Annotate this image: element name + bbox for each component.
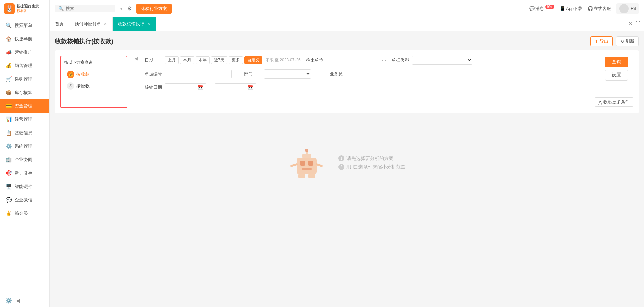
message-icon: 💬 [529,6,535,11]
tab-prepay-close-icon[interactable]: ✕ [104,22,107,27]
sidebar-item-guide[interactable]: 🎯 新手引导 [0,166,49,180]
sidebar-item-search-menu[interactable]: 🔍 搜索菜单 [0,19,49,32]
sidebar-label-quick-nav: 快捷导航 [15,36,32,42]
filter-right-wrapper: 日期 上月 本月 本年 近7天 更多 自定义 不限 至 2023-07-26 [145,56,633,108]
date-separator: — [208,85,213,90]
calendar-start-icon[interactable]: 📅 [198,85,203,90]
filter-settings-button[interactable]: 设置 [605,70,628,81]
writeoff-date-start-input[interactable]: 2023-03-01 [168,85,196,90]
export-button[interactable]: ⬆ 导出 [590,36,613,46]
sidebar-item-system[interactable]: ⚙️ 系统管理 [0,140,49,153]
topbar-gear-icon[interactable]: ⚙ [127,5,132,12]
service-area[interactable]: 🎧 在线客服 [588,6,611,12]
service-icon: 🎧 [588,6,593,11]
close-tab-icon[interactable]: ✕ [628,21,633,27]
date-range-text: 不限 至 2023-07-26 [266,57,301,63]
doc-no-input[interactable] [165,70,232,78]
doc-no-label: 单据编号 [145,71,162,77]
collection-option-label: 按收款 [76,71,90,78]
sidebar-item-inventory[interactable]: 📦 库存核算 [0,86,49,99]
app-download-area[interactable]: 📱 App下载 [560,6,582,12]
doc-type-select[interactable] [412,56,472,65]
filter-collapse-arrow[interactable]: ◀ [131,56,141,108]
svg-rect-6 [302,154,311,158]
sidebar-menu: 🔍 搜索菜单 🏠 快捷导航 📣 营销推广 💰 销售管理 🛒 采购管理 📦 库存核… [0,17,49,294]
refresh-button[interactable]: ↻ 刷新 [616,36,639,46]
operation-icon: 📊 [5,116,12,123]
staff-dots-icon[interactable]: ··· [399,71,404,77]
dept-select[interactable] [264,69,311,79]
collection-option-icon: 💰 [67,71,74,78]
quick-nav-icon: 🏠 [5,36,12,42]
topbar-search-box[interactable]: 🔍 [55,5,115,12]
tab-collection-close-icon[interactable]: ✕ [147,22,150,27]
main-area: 🔍 ▼ ⚙ 休验行业方案 💬 消息 99+ 📱 App下载 🎧 在线客服 Rit [50,0,644,307]
empty-state: 1 请先选择要分析的方案 2 用[过滤]条件来缩小分析范围 [55,117,639,208]
partner-dots-icon[interactable]: ··· [382,57,386,63]
sidebar-item-member[interactable]: ✌️ 畅会员 [0,207,49,220]
tabbar-right-actions: ✕ ⛶ [625,17,644,31]
tab-collection-writeoff[interactable]: 收款核销执行 ✕ [113,17,156,31]
sidebar-item-hardware[interactable]: 🖥️ 智能硬件 [0,180,49,193]
expand-tab-icon[interactable]: ⛶ [635,21,641,27]
sidebar-item-quick-nav[interactable]: 🏠 快捷导航 [0,32,49,46]
message-badge: 99+ [545,5,554,9]
basic-icon: 📋 [5,130,12,136]
fund-icon: 💳 [5,103,12,109]
sidebar-item-wechat[interactable]: 💬 企业微信 [0,193,49,207]
industry-btn[interactable]: 休验行业方案 [136,4,172,14]
topbar-search-input[interactable] [66,6,103,11]
sidebar-item-purchase[interactable]: 🛒 采购管理 [0,72,49,86]
topbar: 🔍 ▼ ⚙ 休验行业方案 💬 消息 99+ 📱 App下载 🎧 在线客服 Rit [50,0,644,17]
filter-field-date: 日期 上月 本月 本年 近7天 更多 自定义 不限 至 2023-07-26 [145,56,301,64]
date-btn-this-month[interactable]: 本月 [180,56,194,64]
user-area[interactable]: Rit [616,3,639,14]
sales-icon: 💰 [5,62,12,69]
sidebar-label-member: 畅会员 [15,210,28,216]
sidebar-label-basic: 基础信息 [15,130,32,136]
date-btn-7days[interactable]: 近7天 [211,56,227,64]
collapse-more-button[interactable]: ⋀ 收起更多条件 [595,97,633,107]
date-btn-this-year[interactable]: 本年 [196,56,210,64]
sidebar-item-sales[interactable]: 💰 销售管理 [0,59,49,72]
sidebar-label-purchase: 采购管理 [15,76,32,82]
app-label: App下载 [566,6,582,12]
sidebar-item-enterprise[interactable]: 🏢 企业协同 [0,153,49,166]
writeoff-date-end-wrap: 2023-07-21 📅 [215,83,256,91]
sidebar-item-fund[interactable]: 💳 资金管理 [0,99,49,113]
step-2-num: 2 [338,164,344,170]
sidebar-item-marketing[interactable]: 📣 营销推广 [0,46,49,59]
inventory-icon: 📦 [5,89,12,96]
date-btn-more[interactable]: 更多 [229,56,243,64]
user-name: Rit [631,6,636,11]
query-button[interactable]: 查询 [605,57,628,67]
date-btn-custom[interactable]: 自定义 [244,56,262,64]
calendar-end-icon[interactable]: 📅 [248,85,253,90]
writeoff-date-label: 核销日期 [145,84,162,90]
export-label: 导出 [600,38,608,44]
settings-gear-icon[interactable]: ⚙️ [5,297,12,304]
marketing-icon: 📣 [5,49,12,56]
writeoff-date-end-input[interactable]: 2023-07-21 [218,85,246,90]
filter-option-by-collection[interactable]: 💰 按收款 [64,69,123,80]
filter-field-writeoff-date: 核销日期 2023-03-01 📅 — 2023-07-21 📅 [145,83,256,91]
filter-panel: 按以下方案查询 💰 按收款 ⏱ 按应收 ◀ 日期 [55,50,639,113]
message-icon-area[interactable]: 💬 消息 99+ [529,6,554,12]
tab-home[interactable]: 首页 [50,17,69,31]
svg-rect-1 [300,161,305,166]
filter-field-dept: 部门 [244,69,324,79]
filter-option-by-receivable[interactable]: ⏱ 按应收 [64,80,123,92]
date-btn-last-month[interactable]: 上月 [165,56,179,64]
logo-area: 🐰 畅捷通好生意 标准版 [0,0,49,17]
sidebar-label-search-menu: 搜索菜单 [15,22,32,29]
sidebar-item-basic[interactable]: 📋 基础信息 [0,126,49,140]
collapse-more-btn-area: ⋀ 收起更多条件 [145,96,633,108]
tab-prepay[interactable]: 预付冲应付单 ✕ [69,17,113,31]
page-title: 收款核销执行(按收款) [55,37,113,45]
sidebar-label-hardware: 智能硬件 [15,184,32,190]
topbar-search-icon: 🔍 [58,6,64,11]
sidebar-item-operation[interactable]: 📊 经营管理 [0,113,49,126]
sidebar-collapse-icon[interactable]: ◀ [16,297,20,304]
filter-row-3: 核销日期 2023-03-01 📅 — 2023-07-21 📅 [145,83,633,91]
topbar-right: 💬 消息 99+ 📱 App下载 🎧 在线客服 Rit [529,3,639,14]
